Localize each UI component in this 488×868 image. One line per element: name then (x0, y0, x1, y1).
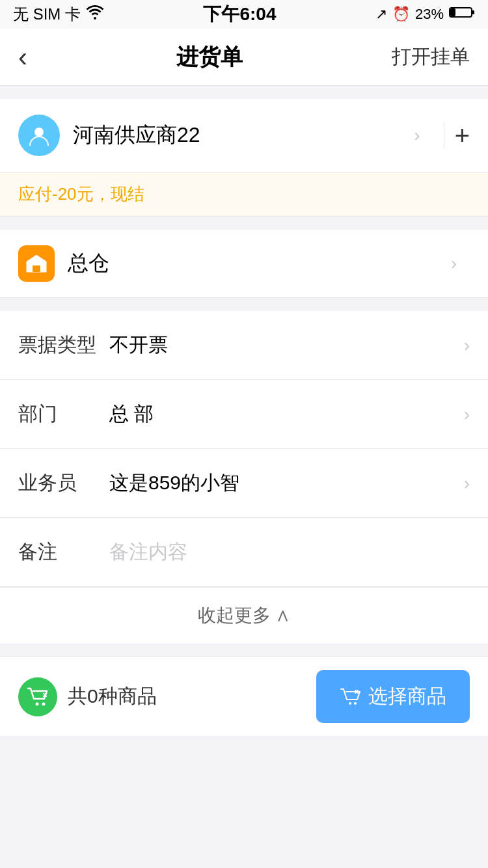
status-bar: 无 SIM 卡 下午6:04 ↗ ⏰ 23% (0, 0, 488, 29)
svg-point-3 (34, 128, 44, 137)
battery-icon (449, 6, 475, 23)
department-chevron-icon: › (464, 404, 470, 425)
warehouse-row[interactable]: 总仓 › (0, 230, 488, 298)
department-label: 部门 (18, 401, 109, 427)
warehouse-icon (18, 245, 55, 282)
supplier-section: 河南供应商22 › + 应付-20元，现结 (0, 99, 488, 217)
svg-point-8 (354, 702, 357, 705)
invoice-chevron-icon: › (464, 335, 470, 356)
salesman-chevron-icon: › (464, 473, 470, 494)
page-title: 进货单 (176, 42, 243, 72)
supplier-row: 河南供应商22 › + (0, 99, 488, 172)
bottom-bar: 共0种商品 选择商品 (0, 657, 488, 736)
status-time: 下午6:04 (203, 2, 276, 27)
cart-icon (18, 677, 57, 716)
department-row[interactable]: 部门 总 部 › (0, 380, 488, 449)
select-product-label: 选择商品 (368, 683, 446, 710)
notice-banner: 应付-20元，现结 (0, 172, 488, 217)
department-value: 总 部 (109, 401, 464, 427)
warehouse-name: 总仓 (68, 249, 451, 278)
svg-rect-4 (33, 265, 40, 272)
svg-point-6 (42, 702, 46, 705)
invoice-row[interactable]: 票据类型 不开票 › (0, 311, 488, 380)
open-pending-button[interactable]: 打开挂单 (392, 44, 470, 70)
collapse-button[interactable]: 收起更多 ∧ (0, 587, 488, 644)
svg-rect-2 (450, 8, 455, 16)
supplier-chevron-icon: › (414, 125, 420, 146)
select-product-button[interactable]: 选择商品 (316, 670, 470, 723)
supplier-name[interactable]: 河南供应商22 (73, 121, 414, 150)
invoice-value: 不开票 (109, 332, 464, 359)
svg-rect-1 (472, 10, 474, 14)
alarm-icon: ⏰ (392, 6, 410, 23)
svg-point-7 (349, 702, 351, 705)
status-left: 无 SIM 卡 (13, 4, 104, 25)
nav-bar: ‹ 进货单 打开挂单 (0, 29, 488, 86)
invoice-label: 票据类型 (18, 332, 109, 359)
section-divider-1 (0, 217, 488, 230)
salesman-row[interactable]: 业务员 这是859的小智 › (0, 449, 488, 518)
remarks-input[interactable]: 备注内容 (109, 539, 470, 565)
collapse-text: 收起更多 ∧ (198, 603, 291, 628)
add-supplier-button[interactable]: + (455, 122, 470, 148)
page-background (0, 736, 488, 868)
battery-text: 23% (415, 6, 444, 23)
product-count: 共0种商品 (68, 683, 157, 710)
location-icon: ↗ (375, 6, 387, 23)
form-section: 票据类型 不开票 › 部门 总 部 › 业务员 这是859的小智 › 备注 备注… (0, 311, 488, 644)
supplier-avatar (18, 115, 60, 156)
salesman-value: 这是859的小智 (109, 470, 464, 496)
remarks-row[interactable]: 备注 备注内容 (0, 518, 488, 587)
carrier-text: 无 SIM 卡 (13, 4, 81, 25)
status-right: ↗ ⏰ 23% (375, 6, 475, 23)
salesman-label: 业务员 (18, 470, 109, 496)
remarks-label: 备注 (18, 539, 109, 565)
product-info: 共0种商品 (18, 677, 157, 716)
back-button[interactable]: ‹ (18, 44, 27, 71)
notice-text: 应付-20元，现结 (18, 184, 144, 204)
warehouse-chevron-icon: › (451, 253, 457, 274)
warehouse-section: 总仓 › (0, 230, 488, 298)
top-divider (0, 86, 488, 99)
section-divider-2 (0, 298, 488, 311)
wifi-icon (86, 5, 104, 23)
svg-point-5 (36, 702, 39, 705)
supplier-divider (444, 122, 444, 148)
